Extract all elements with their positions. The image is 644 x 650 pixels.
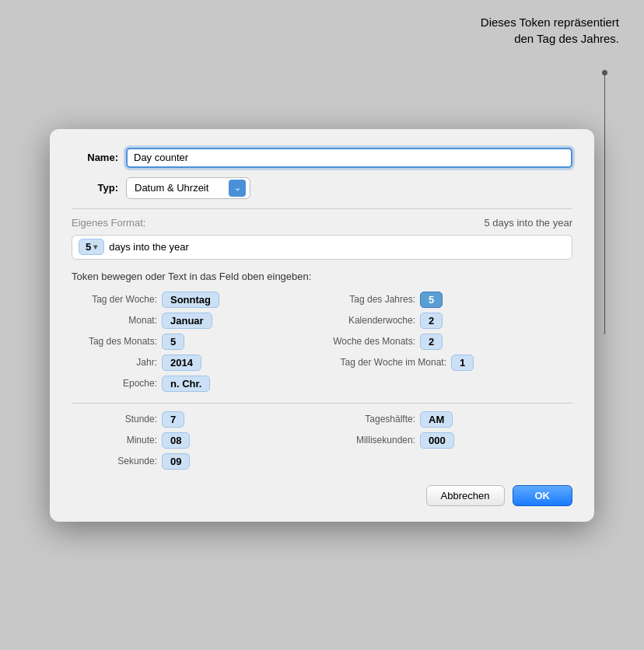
name-label: Name: xyxy=(72,152,118,163)
token-row-minute: Minute: 08 xyxy=(72,432,314,449)
token-value-day-of-month[interactable]: 5 xyxy=(162,334,184,350)
divider-1 xyxy=(72,208,572,209)
format-input-row[interactable]: 5 ▾ days into the year xyxy=(72,235,572,260)
token-row-hour: Stunde: 7 xyxy=(72,411,314,428)
dialog: Name: Typ: Datum & Uhrzeit Datum Uhrzeit… xyxy=(50,129,594,522)
token-label-hour: Stunde: xyxy=(72,414,157,425)
ok-button[interactable]: OK xyxy=(513,485,573,506)
token-label-week-of-month: Woche des Monats: xyxy=(330,336,415,347)
format-preview-row: Eigenes Format: 5 days into the year xyxy=(72,217,572,229)
time-tokens-left: Stunde: 7 Minute: 08 Sekunde: 09 xyxy=(72,411,314,470)
button-row: Abbrechen OK xyxy=(72,485,572,506)
token-label-second: Sekunde: xyxy=(72,456,157,467)
token-value-day-of-year[interactable]: 5 xyxy=(420,292,443,308)
time-tokens-right: Tageshälfte: AM Millisekunden: 000 xyxy=(330,411,572,470)
token-row-milliseconds: Millisekunden: 000 xyxy=(330,432,572,449)
time-grid: Stunde: 7 Minute: 08 Sekunde: 09 Tageshä… xyxy=(72,411,572,470)
cancel-button[interactable]: Abbrechen xyxy=(426,485,505,506)
token-label-day-of-year: Tag des Jahres: xyxy=(330,294,415,305)
tokens-left: Tag der Woche: Sonntag Monat: Januar Tag… xyxy=(72,292,314,392)
token-label-epoch: Epoche: xyxy=(72,378,157,389)
format-token-chip[interactable]: 5 ▾ xyxy=(79,239,104,255)
token-value-milliseconds[interactable]: 000 xyxy=(420,432,454,449)
type-row: Typ: Datum & Uhrzeit Datum Uhrzeit ⌄ xyxy=(72,177,572,199)
token-label-day-of-week-in-month: Tag der Woche im Monat: xyxy=(330,357,446,368)
token-row-calendar-week: Kalenderwoche: 2 xyxy=(330,313,572,329)
type-select[interactable]: Datum & Uhrzeit Datum Uhrzeit xyxy=(126,177,250,199)
token-label-month: Monat: xyxy=(72,315,157,326)
format-label: Eigenes Format: xyxy=(72,217,145,229)
token-label-day-of-month: Tag des Monats: xyxy=(72,336,157,347)
token-value-second[interactable]: 09 xyxy=(162,453,190,470)
token-value-day-of-week-in-month[interactable]: 1 xyxy=(451,355,474,371)
token-value-epoch[interactable]: n. Chr. xyxy=(162,376,210,392)
tooltip-text: Dieses Token repräsentiert den Tag des J… xyxy=(481,14,619,47)
token-value-hour[interactable]: 7 xyxy=(162,411,184,428)
format-token-value: 5 xyxy=(86,241,91,253)
format-preview: 5 days into the year xyxy=(485,217,572,229)
token-value-calendar-week[interactable]: 2 xyxy=(420,313,443,329)
tooltip-line xyxy=(604,70,605,334)
token-row-week-of-month: Woche des Monats: 2 xyxy=(330,334,572,350)
token-value-weekday[interactable]: Sonntag xyxy=(162,292,219,308)
token-row-day-of-month: Tag des Monats: 5 xyxy=(72,334,314,350)
token-row-year: Jahr: 2014 xyxy=(72,355,314,371)
token-row-weekday: Tag der Woche: Sonntag xyxy=(72,292,314,308)
token-row-ampm: Tageshälfte: AM xyxy=(330,411,572,428)
token-label-weekday: Tag der Woche: xyxy=(72,294,157,305)
token-label-milliseconds: Millisekunden: xyxy=(330,435,415,446)
token-label-year: Jahr: xyxy=(72,357,157,368)
token-row-day-of-week-in-month: Tag der Woche im Monat: 1 xyxy=(330,355,572,371)
token-row-day-of-year: Tag des Jahres: 5 xyxy=(330,292,572,308)
section-divider xyxy=(72,403,572,404)
token-row-month: Monat: Januar xyxy=(72,313,314,329)
type-label: Typ: xyxy=(72,182,118,194)
name-input[interactable] xyxy=(126,148,572,168)
token-value-minute[interactable]: 08 xyxy=(162,432,190,449)
format-token-arrow: ▾ xyxy=(93,243,97,251)
instruction-text: Token bewegen oder Text in das Feld oben… xyxy=(72,271,572,282)
token-row-second: Sekunde: 09 xyxy=(72,453,314,470)
format-token-text: days into the year xyxy=(109,241,189,253)
token-value-ampm[interactable]: AM xyxy=(420,411,453,428)
token-row-epoch: Epoche: n. Chr. xyxy=(72,376,314,392)
token-label-ampm: Tageshälfte: xyxy=(330,414,415,425)
type-select-wrapper: Datum & Uhrzeit Datum Uhrzeit ⌄ xyxy=(126,177,250,199)
token-value-week-of-month[interactable]: 2 xyxy=(420,334,443,350)
token-value-year[interactable]: 2014 xyxy=(162,355,201,371)
token-label-calendar-week: Kalenderwoche: xyxy=(330,315,415,326)
tokens-grid: Tag der Woche: Sonntag Monat: Januar Tag… xyxy=(72,292,572,392)
name-row: Name: xyxy=(72,148,572,168)
tokens-right: Tag des Jahres: 5 Kalenderwoche: 2 Woche… xyxy=(330,292,572,392)
token-label-minute: Minute: xyxy=(72,435,157,446)
token-value-month[interactable]: Januar xyxy=(162,313,212,329)
